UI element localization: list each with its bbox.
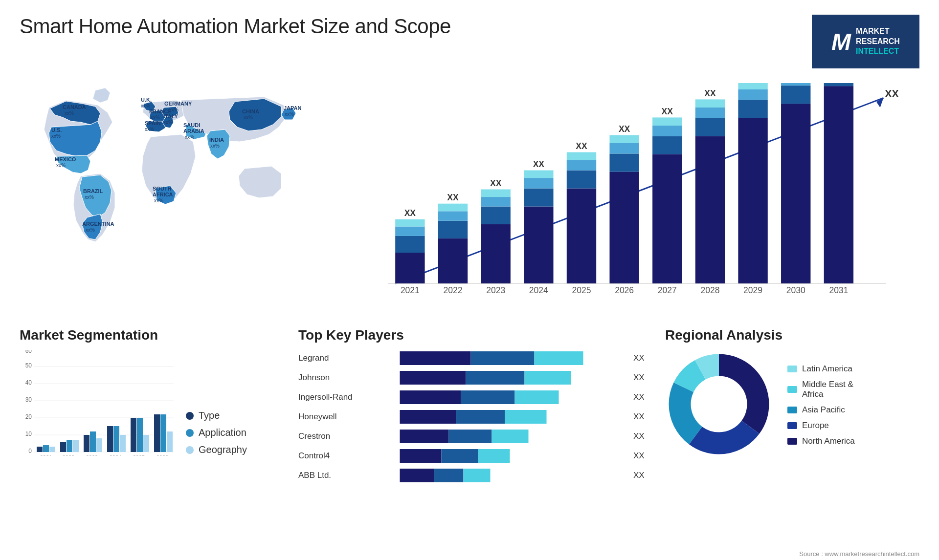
svg-text:30: 30 bbox=[25, 396, 32, 403]
donut-chart bbox=[665, 350, 773, 460]
europe-color bbox=[787, 422, 797, 429]
svg-rect-113 bbox=[515, 390, 559, 404]
svg-rect-110 bbox=[525, 371, 571, 385]
svg-text:2024: 2024 bbox=[529, 285, 548, 295]
legend-type: Type bbox=[186, 410, 247, 421]
svg-rect-16 bbox=[481, 207, 510, 224]
svg-text:2025: 2025 bbox=[133, 454, 145, 455]
player-value-abb: XX bbox=[633, 471, 650, 480]
player-row-ingersoll: Ingersoll-Rand XX bbox=[298, 389, 650, 405]
svg-rect-89 bbox=[84, 435, 89, 452]
svg-rect-93 bbox=[107, 426, 113, 452]
player-row-johnson: Johnson XX bbox=[298, 370, 650, 386]
svg-rect-108 bbox=[400, 371, 466, 385]
type-dot bbox=[186, 412, 194, 420]
svg-rect-18 bbox=[481, 189, 510, 197]
svg-rect-57 bbox=[781, 104, 810, 283]
svg-text:XX: XX bbox=[533, 159, 545, 169]
japan-value: xx% bbox=[285, 111, 294, 117]
geography-dot bbox=[186, 446, 194, 454]
svg-rect-119 bbox=[492, 430, 529, 443]
spain-label: SPAIN bbox=[145, 120, 161, 126]
svg-rect-109 bbox=[466, 371, 525, 385]
europe-label: Europe bbox=[802, 421, 829, 431]
player-name-honeywell: Honeywell bbox=[298, 412, 362, 422]
player-row-legrand: Legrand XX bbox=[298, 350, 650, 366]
italy-label: ITALY bbox=[163, 113, 179, 119]
argentina-label: ARGENTINA bbox=[82, 221, 114, 227]
svg-rect-48 bbox=[695, 99, 725, 108]
legend-north-america: North America bbox=[787, 436, 855, 446]
middle-east-color bbox=[787, 386, 797, 393]
page-title: Smart Home Automation Market Size and Sc… bbox=[20, 15, 451, 38]
svg-rect-101 bbox=[154, 414, 160, 452]
svg-text:2029: 2029 bbox=[743, 285, 762, 295]
svg-rect-99 bbox=[143, 435, 149, 452]
north-america-color bbox=[787, 438, 797, 445]
svg-rect-83 bbox=[49, 447, 55, 452]
regional-title: Regional Analysis bbox=[665, 327, 919, 343]
svg-rect-30 bbox=[567, 152, 596, 160]
svg-rect-62 bbox=[824, 86, 853, 283]
svg-text:XX: XX bbox=[447, 193, 459, 202]
svg-rect-28 bbox=[567, 171, 596, 189]
svg-rect-107 bbox=[535, 351, 583, 365]
type-label: Type bbox=[199, 410, 220, 421]
saudi-label2: ARABIA bbox=[183, 128, 204, 134]
svg-rect-23 bbox=[524, 178, 553, 188]
legend-europe: Europe bbox=[787, 421, 855, 431]
france-value: xx% bbox=[151, 115, 160, 120]
us-label: U.S. bbox=[51, 127, 62, 133]
svg-rect-15 bbox=[481, 224, 510, 284]
svg-rect-98 bbox=[137, 418, 143, 452]
player-name-abb: ABB Ltd. bbox=[298, 471, 362, 480]
svg-rect-6 bbox=[395, 219, 425, 227]
svg-rect-114 bbox=[400, 410, 456, 424]
svg-text:2023: 2023 bbox=[86, 454, 98, 455]
players-title: Top Key Players bbox=[298, 327, 650, 343]
svg-point-131 bbox=[692, 377, 746, 431]
svg-rect-53 bbox=[738, 89, 767, 100]
legend-middle-east: Middle East &Africa bbox=[787, 380, 855, 399]
china-value: xx% bbox=[244, 115, 253, 120]
svg-text:2022: 2022 bbox=[63, 454, 74, 455]
svg-rect-102 bbox=[160, 414, 166, 452]
sa-label2: AFRICA bbox=[153, 192, 173, 197]
player-row-abb: ABB Ltd. XX bbox=[298, 468, 650, 483]
svg-rect-82 bbox=[43, 445, 49, 452]
latin-america-label: Latin America bbox=[802, 364, 852, 374]
svg-text:10: 10 bbox=[25, 431, 32, 437]
legend-geography: Geography bbox=[186, 444, 247, 455]
svg-rect-86 bbox=[67, 440, 72, 452]
player-value-crestron: XX bbox=[633, 431, 650, 441]
svg-rect-10 bbox=[438, 221, 468, 238]
players-section: Top Key Players Legrand XX Johnson bbox=[298, 327, 650, 469]
svg-rect-123 bbox=[400, 469, 434, 482]
svg-rect-11 bbox=[438, 211, 468, 220]
logo-line2: RESEARCH bbox=[856, 37, 900, 47]
germany-label: GERMANY bbox=[164, 101, 192, 107]
svg-rect-34 bbox=[609, 153, 639, 172]
svg-text:2025: 2025 bbox=[572, 285, 591, 295]
svg-rect-106 bbox=[471, 351, 535, 365]
svg-text:2028: 2028 bbox=[700, 285, 719, 295]
legend-latin-america: Latin America bbox=[787, 364, 855, 374]
svg-rect-124 bbox=[434, 469, 464, 482]
india-value: xx% bbox=[210, 143, 220, 149]
svg-rect-111 bbox=[400, 390, 461, 404]
svg-rect-27 bbox=[567, 189, 596, 284]
geography-label: Geography bbox=[199, 444, 247, 455]
player-bar-johnson bbox=[367, 370, 628, 386]
mexico-value: xx% bbox=[56, 163, 66, 168]
world-map-section: CANADA xx% U.S. xx% MEXICO xx% BRAZIL xx… bbox=[20, 78, 342, 318]
svg-rect-87 bbox=[73, 440, 79, 452]
canada-value: xx% bbox=[65, 110, 74, 116]
germany-value: xx% bbox=[169, 107, 179, 112]
regional-section: Regional Analysis bbox=[665, 327, 919, 469]
player-value-control4: XX bbox=[633, 451, 650, 461]
svg-text:2021: 2021 bbox=[401, 285, 420, 295]
mexico-label: MEXICO bbox=[55, 156, 76, 162]
svg-rect-46 bbox=[695, 118, 725, 136]
logo-text: MARKET RESEARCH INTELLECT bbox=[856, 26, 900, 57]
china-label: CHINA bbox=[242, 108, 259, 114]
